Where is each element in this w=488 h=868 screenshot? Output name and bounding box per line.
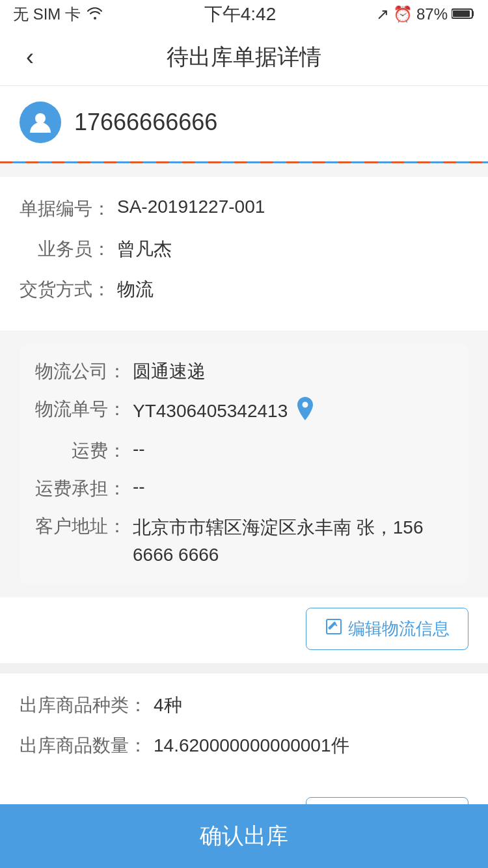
goods-quantity-value: 14.620000000000001件 <box>154 733 349 758</box>
freight-bear-row: 运费承担： -- <box>35 476 453 501</box>
delivery-row: 交货方式： 物流 <box>20 277 468 302</box>
location-pin-icon[interactable] <box>295 397 315 426</box>
status-bar: 无 SIM 卡 下午4:42 ↗ ⏰ 87% <box>0 0 488 29</box>
customer-phone: 17666666666 <box>74 109 217 136</box>
address-label: 客户地址： <box>35 514 126 539</box>
nav-bar: ‹ 待出库单据详情 <box>0 29 488 86</box>
wifi-icon <box>86 5 104 23</box>
address-row: 客户地址： 北京市市辖区海淀区永丰南 张，156 6666 6666 <box>35 514 453 569</box>
edit-logistics-button[interactable]: 编辑物流信息 <box>306 608 468 650</box>
section-separator <box>0 663 488 673</box>
delivery-value: 物流 <box>117 277 468 302</box>
dashed-divider <box>0 159 488 164</box>
status-time: 下午4:42 <box>204 2 277 27</box>
freight-value: -- <box>133 439 453 459</box>
logistics-company-label: 物流公司： <box>35 359 126 384</box>
alarm-icon: ⏰ <box>393 5 413 23</box>
goods-type-value: 4种 <box>154 693 182 718</box>
basic-info-section: 单据编号： SA-20191227-001 业务员： 曾凡杰 交货方式： 物流 <box>0 177 488 331</box>
logistics-company-row: 物流公司： 圆通速递 <box>35 359 453 384</box>
goods-type-row: 出库商品种类： 4种 <box>20 693 468 718</box>
back-button[interactable]: ‹ <box>20 37 40 77</box>
goods-section: 出库商品种类： 4种 出库商品数量： 14.620000000000001件 <box>0 673 488 787</box>
freight-label: 运费： <box>35 439 126 463</box>
doc-no-row: 单据编号： SA-20191227-001 <box>20 197 468 221</box>
edit-icon <box>325 617 343 640</box>
status-left: 无 SIM 卡 <box>13 4 104 25</box>
address-value: 北京市市辖区海淀区永丰南 张，156 6666 6666 <box>133 514 453 569</box>
goods-type-label: 出库商品种类： <box>20 693 147 718</box>
salesman-label: 业务员： <box>20 237 111 262</box>
salesman-value: 曾凡杰 <box>117 237 468 262</box>
goods-quantity-label: 出库商品数量： <box>20 733 147 758</box>
status-right: ↗ ⏰ 87% <box>376 5 475 23</box>
avatar <box>20 102 61 143</box>
logistics-company-value: 圆通速递 <box>133 359 453 384</box>
confirm-btn-text: 确认出库 <box>200 821 288 851</box>
confirm-btn-container[interactable]: 确认出库 <box>0 804 488 868</box>
logistics-tracking-row: 物流单号： YT4306405342413 <box>35 397 453 426</box>
battery-icon <box>452 5 475 23</box>
delivery-label: 交货方式： <box>20 277 111 302</box>
page-title: 待出库单据详情 <box>167 42 321 72</box>
logistics-tracking-label: 物流单号： <box>35 397 126 422</box>
doc-no-label: 单据编号： <box>20 197 111 221</box>
doc-no-value: SA-20191227-001 <box>117 197 468 217</box>
salesman-row: 业务员： 曾凡杰 <box>20 237 468 262</box>
svg-point-2 <box>35 113 46 124</box>
logistics-tracking-value: YT4306405342413 <box>133 397 453 426</box>
battery-text: 87% <box>416 5 448 23</box>
logistics-card: 物流公司： 圆通速递 物流单号： YT4306405342413 运费： -- … <box>20 344 468 584</box>
edit-btn-row: 编辑物流信息 <box>0 597 488 663</box>
freight-bear-label: 运费承担： <box>35 476 126 501</box>
goods-quantity-row: 出库商品数量： 14.620000000000001件 <box>20 733 468 758</box>
carrier-text: 无 SIM 卡 <box>13 4 81 25</box>
freight-row: 运费： -- <box>35 439 453 463</box>
freight-bear-value: -- <box>133 476 453 497</box>
svg-rect-3 <box>327 619 341 634</box>
customer-row: 17666666666 <box>0 86 488 159</box>
svg-rect-1 <box>453 10 470 17</box>
location-icon: ↗ <box>376 5 389 23</box>
tracking-number: YT4306405342413 <box>133 401 288 422</box>
edit-btn-label: 编辑物流信息 <box>348 617 450 640</box>
